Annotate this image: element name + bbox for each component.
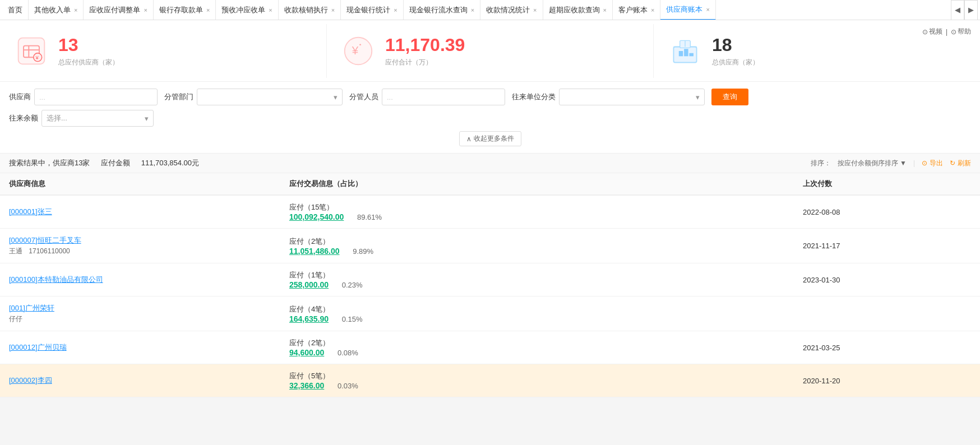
col-supplier: 供应商信息	[9, 179, 289, 189]
total-suppliers-icon	[667, 33, 703, 69]
dept-select[interactable]: ▾	[197, 89, 343, 105]
close-icon[interactable]: ×	[651, 7, 654, 13]
supplier-link[interactable]: [000100]本特勒油品有限公司	[9, 275, 289, 285]
supplier-payable-icon: ¥	[13, 33, 49, 69]
close-icon[interactable]: ×	[331, 7, 335, 13]
supplier-info: [000100]本特勒油品有限公司	[9, 275, 289, 285]
tab-collstat[interactable]: 收款情况统计 ×	[480, 0, 543, 20]
tab-prepay[interactable]: 预收冲应收单 ×	[216, 0, 278, 20]
tab-custbook[interactable]: 客户账本 ×	[613, 0, 660, 20]
tab-cashflow[interactable]: 现金银行流水查询 ×	[404, 0, 480, 20]
close-icon[interactable]: ×	[471, 7, 474, 13]
tab-bank[interactable]: 银行存取款单 ×	[154, 0, 216, 20]
payable-suppliers-number: 13	[58, 34, 119, 55]
tab-verify[interactable]: 收款核销执行 ×	[279, 0, 341, 20]
table-row: [000007]恒旺二手叉车 王通 17106110000 应付（2笔） 11,…	[0, 229, 980, 263]
tab-home[interactable]: 首页	[2, 0, 29, 20]
sort-option[interactable]: 按应付余额倒序排序 ▼	[838, 159, 907, 168]
trans-amount[interactable]: 258,000.00	[289, 280, 329, 289]
trans-amount[interactable]: 11,051,486.00	[289, 247, 340, 256]
tab-adjust[interactable]: 应收应付调整单 ×	[84, 0, 153, 20]
supplier-info: [000007]恒旺二手叉车 王通 17106110000	[9, 235, 289, 256]
transaction-info: 应付（2笔） 11,051,486.00 9.89%	[289, 237, 803, 256]
collapse-area: ∧ 收起更多条件	[9, 131, 971, 146]
trans-label: 应付（4笔）	[289, 304, 803, 314]
stat-payable-total: ¥ * 11,170.39 应付合计（万）	[327, 24, 654, 78]
trans-label: 应付（15笔）	[289, 202, 803, 212]
close-icon[interactable]: ×	[144, 7, 147, 13]
close-icon[interactable]: ×	[533, 7, 537, 13]
query-button[interactable]: 查询	[711, 89, 748, 105]
table-row: [000001]张三 应付（15笔） 100,092,540.00 89.61%…	[0, 196, 980, 229]
filter-row-2: 往来余额 选择... ▾	[9, 110, 971, 127]
supplier-link[interactable]: [000001]张三	[9, 207, 289, 217]
sort-label: 排序：	[811, 159, 831, 168]
video-link[interactable]: ⊙ 视频	[922, 27, 942, 36]
supplier-info: [001]广州荣轩 仔仔	[9, 303, 289, 324]
transaction-info: 应付（4笔） 164,635.90 0.15%	[289, 304, 803, 323]
collapse-icon: ∧	[466, 135, 471, 143]
supplier-info: [000001]张三	[9, 207, 289, 217]
close-icon[interactable]: ×	[74, 7, 77, 13]
nav-arrow-right[interactable]: ▶	[964, 0, 978, 20]
result-actions: 排序： 按应付余额倒序排序 ▼ | ⊙ 导出 ↻ 刷新	[811, 159, 971, 168]
last-payment: 2023-01-30	[803, 276, 971, 284]
person-input[interactable]: ...	[382, 89, 505, 105]
trans-amount[interactable]: 32,366.00	[289, 381, 324, 390]
category-select[interactable]: ▾	[559, 89, 705, 105]
tab-income[interactable]: 其他收入单 ×	[29, 0, 84, 20]
nav-arrow-left[interactable]: ◀	[951, 0, 964, 20]
close-icon[interactable]: ×	[603, 7, 607, 13]
trans-amount[interactable]: 100,092,540.00	[289, 212, 344, 221]
trans-label: 应付（1笔）	[289, 270, 803, 280]
supplier-link[interactable]: [000012]广州贝瑞	[9, 342, 289, 353]
result-amount: 应付金额 111,703,854.00元	[101, 159, 208, 167]
close-icon[interactable]: ×	[206, 7, 210, 13]
payable-total-number: 11,170.39	[385, 34, 465, 55]
balance-label: 往来余额	[9, 113, 38, 123]
trans-percent: 0.23%	[342, 281, 363, 289]
trans-amount[interactable]: 164,635.90	[289, 314, 329, 323]
help-link[interactable]: ⊙ 帮助	[951, 27, 971, 36]
result-summary: 搜索结果中，供应商13家	[9, 159, 90, 167]
refresh-icon: ↻	[950, 159, 955, 167]
supplier-link[interactable]: [000007]恒旺二手叉车	[9, 235, 289, 245]
total-suppliers-number: 18	[712, 34, 759, 55]
table-row: [000012]广州贝瑞 应付（2笔） 94,600.00 0.08% 2021…	[0, 331, 980, 364]
export-button[interactable]: ⊙ 导出	[922, 159, 943, 168]
tab-cashstat[interactable]: 现金银行统计 ×	[341, 0, 403, 20]
col-transaction: 应付交易信息（占比）	[289, 179, 803, 189]
transaction-info: 应付（15笔） 100,092,540.00 89.61%	[289, 202, 803, 221]
supplier-input[interactable]: ...	[34, 89, 158, 105]
supplier-link[interactable]: [000002]李四	[9, 376, 289, 386]
stats-bar: ¥ 13 总应付供应商（家） ¥ * 11,170.39 应付合计（万）	[0, 20, 980, 82]
chevron-down-icon: ▾	[696, 93, 700, 101]
filter-balance: 往来余额 选择... ▾	[9, 110, 154, 127]
svg-text:¥: ¥	[352, 43, 359, 56]
trans-percent: 0.03%	[338, 382, 358, 390]
tab-overdue[interactable]: 超期应收款查询 ×	[543, 0, 613, 20]
table-header: 供应商信息 应付交易信息（占比） 上次付数	[0, 173, 980, 196]
last-payment: 2021-11-17	[803, 242, 971, 250]
supplier-contact: 王通 17106110000	[9, 247, 289, 256]
balance-select[interactable]: 选择... ▾	[41, 110, 154, 127]
svg-rect-11	[684, 49, 688, 56]
col-last-payment: 上次付数	[803, 179, 971, 189]
trans-percent: 89.61%	[357, 213, 382, 221]
tab-suppbook[interactable]: 供应商账本 ×	[660, 0, 715, 20]
refresh-button[interactable]: ↻ 刷新	[950, 159, 971, 168]
help-area: ⊙ 视频 | ⊙ 帮助	[922, 27, 971, 36]
last-payment: 2021-03-25	[803, 344, 971, 352]
main-table: 供应商信息 应付交易信息（占比） 上次付数 [000001]张三 应付（15笔）…	[0, 173, 980, 397]
payable-suppliers-label: 总应付供应商（家）	[58, 58, 119, 67]
transaction-info: 应付（5笔） 32,366.00 0.03%	[289, 371, 803, 390]
close-icon[interactable]: ×	[394, 7, 397, 13]
top-navigation: 首页 其他收入单 × 应收应付调整单 × 银行存取款单 × 预收冲应收单 × 收…	[0, 0, 980, 20]
close-icon[interactable]: ×	[269, 7, 272, 13]
sort-icon: ▼	[900, 159, 907, 167]
trans-amount[interactable]: 94,600.00	[289, 348, 324, 357]
close-icon[interactable]: ×	[706, 6, 709, 13]
collapse-button[interactable]: ∧ 收起更多条件	[459, 131, 521, 146]
filter-row-1: 供应商 ... 分管部门 ▾ 分管人员 ...	[9, 89, 971, 105]
supplier-link[interactable]: [001]广州荣轩	[9, 303, 289, 313]
